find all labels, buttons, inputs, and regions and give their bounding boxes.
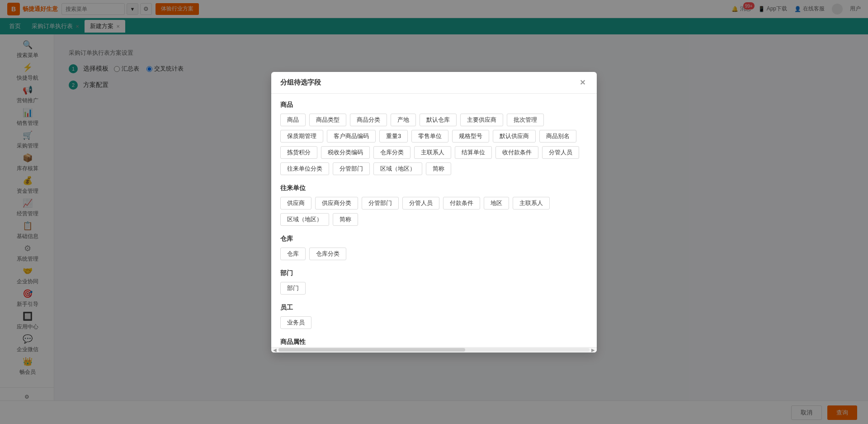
field-tag[interactable]: 税收分类编码 (321, 146, 370, 159)
field-tag[interactable]: 商品 (280, 114, 306, 126)
section-warehouse: 仓库 仓库 仓库分类 (280, 235, 588, 260)
section-goods: 商品 商品 商品类型 商品分类 产地 默认仓库 主要供应商 批次管理 保质期管理… (280, 101, 588, 175)
field-tag[interactable]: 默认仓库 (420, 114, 457, 126)
modal-horizontal-scrollbar[interactable]: ◀ ▶ (271, 347, 597, 353)
modal-overlay: 分组待选字段 ✕ 商品 商品 商品类型 商品分类 产地 默认仓库 主要供应商 批… (0, 0, 868, 424)
field-tag[interactable]: 产地 (391, 114, 416, 126)
section-partner-title: 往来单位 (280, 184, 588, 192)
section-department: 部门 部门 (280, 269, 588, 295)
section-goods-title: 商品 (280, 101, 588, 109)
section-employee: 员工 业务员 (280, 304, 588, 329)
field-tag[interactable]: 结算单位 (455, 146, 492, 159)
field-tag[interactable]: 供应商 (280, 197, 311, 210)
field-tag[interactable]: 往来单位分类 (280, 162, 329, 175)
field-tag[interactable]: 仓库分类 (373, 146, 410, 159)
field-tag[interactable]: 零售单位 (411, 130, 448, 143)
modal-body[interactable]: 商品 商品 商品类型 商品分类 产地 默认仓库 主要供应商 批次管理 保质期管理… (271, 94, 597, 347)
scroll-track[interactable] (278, 348, 590, 352)
field-tag[interactable]: 商品分类 (350, 114, 387, 126)
field-tag[interactable]: 主联系人 (513, 197, 550, 210)
section-department-title: 部门 (280, 269, 588, 277)
field-select-modal: 分组待选字段 ✕ 商品 商品 商品类型 商品分类 产地 默认仓库 主要供应商 批… (271, 72, 597, 353)
field-tag[interactable]: 分管部门 (333, 162, 370, 175)
goods-tags: 商品 商品类型 商品分类 产地 默认仓库 主要供应商 批次管理 保质期管理 客户… (280, 114, 588, 175)
field-tag[interactable]: 分管人员 (542, 146, 579, 159)
employee-tags: 业务员 (280, 316, 588, 329)
scroll-right-arrow[interactable]: ▶ (591, 348, 595, 353)
field-tag[interactable]: 批次管理 (507, 114, 544, 126)
field-tag[interactable]: 简称 (333, 213, 358, 226)
modal-title: 分组待选字段 (280, 78, 321, 87)
field-tag[interactable]: 分管人员 (402, 197, 439, 210)
field-tag[interactable]: 重量3 (379, 130, 408, 143)
field-tag[interactable]: 主要供应商 (460, 114, 503, 126)
scroll-thumb[interactable] (278, 348, 465, 352)
field-tag[interactable]: 简称 (426, 162, 451, 175)
field-tag[interactable]: 仓库分类 (309, 248, 346, 260)
field-tag[interactable]: 保质期管理 (280, 130, 323, 143)
field-tag[interactable]: 供应商分类 (315, 197, 358, 210)
dept-tags: 部门 (280, 282, 588, 295)
field-tag[interactable]: 客户商品编码 (327, 130, 376, 143)
scroll-left-arrow[interactable]: ◀ (273, 348, 277, 353)
section-warehouse-title: 仓库 (280, 235, 588, 243)
field-tag[interactable]: 部门 (280, 282, 306, 295)
field-tag[interactable]: 仓库 (280, 248, 306, 260)
field-tag[interactable]: 区域（地区） (280, 213, 329, 226)
section-partner: 往来单位 供应商 供应商分类 分管部门 分管人员 付款条件 地区 主联系人 区域… (280, 184, 588, 226)
field-tag[interactable]: 主联系人 (414, 146, 451, 159)
field-tag[interactable]: 收付款条件 (495, 146, 538, 159)
field-tag[interactable]: 默认供应商 (493, 130, 536, 143)
modal-close-button[interactable]: ✕ (577, 77, 588, 88)
field-tag[interactable]: 拣货积分 (280, 146, 317, 159)
field-tag[interactable]: 地区 (484, 197, 509, 210)
field-tag[interactable]: 业务员 (280, 316, 311, 329)
modal-header: 分组待选字段 ✕ (271, 72, 597, 94)
section-product-attr-title: 商品属性 (280, 338, 588, 346)
section-employee-title: 员工 (280, 304, 588, 312)
field-tag[interactable]: 区域（地区） (373, 162, 422, 175)
field-tag[interactable]: 商品类型 (309, 114, 346, 126)
field-tag[interactable]: 商品别名 (539, 130, 576, 143)
field-tag[interactable]: 付款条件 (443, 197, 480, 210)
field-tag[interactable]: 规格型号 (452, 130, 489, 143)
partner-tags: 供应商 供应商分类 分管部门 分管人员 付款条件 地区 主联系人 区域（地区） … (280, 197, 588, 226)
section-product-attr: 商品属性 属性 颜色 多规格 尺码 鞋码 1 (280, 338, 588, 347)
warehouse-tags: 仓库 仓库分类 (280, 248, 588, 260)
field-tag[interactable]: 分管部门 (362, 197, 399, 210)
